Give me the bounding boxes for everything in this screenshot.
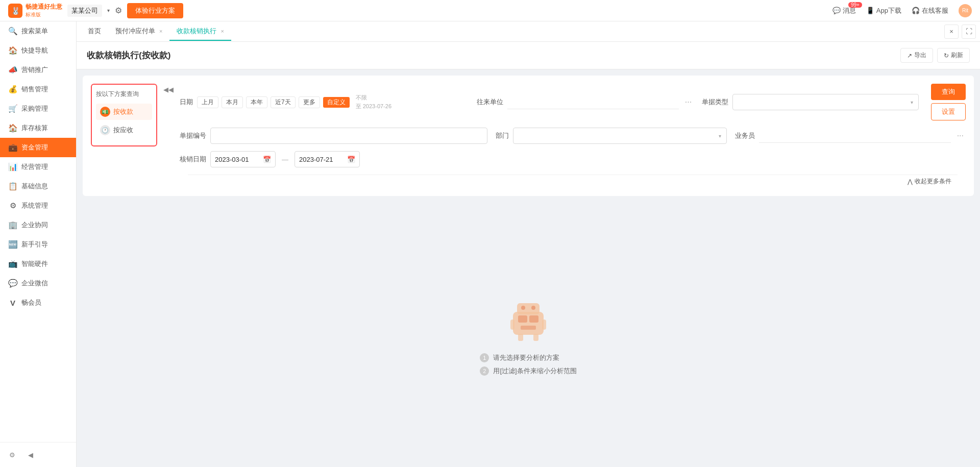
workspace-name[interactable]: 某某公司	[67, 5, 102, 17]
svg-rect-8	[517, 303, 540, 314]
doc-no-input[interactable]	[210, 128, 487, 144]
svg-rect-2	[529, 315, 538, 323]
dept-arrow-icon: ▾	[719, 133, 721, 139]
finance-icon: 💼	[8, 143, 17, 152]
base-icon: 📋	[8, 182, 17, 191]
counterpart-dots-icon[interactable]: ···	[683, 97, 694, 107]
sidebar-bottom: ⚙ ◀	[0, 442, 76, 467]
filter-form: 日期 上月 本月 本年 近7天 更多 自定义 不限 至	[180, 84, 966, 188]
sidebar-item-wecom[interactable]: 💬 企业微信	[0, 274, 76, 293]
filter-container: 按以下方案查询 💵 按收款 🕐 按应收 ◀◀	[77, 69, 980, 202]
verify-date-end-input[interactable]	[299, 156, 345, 163]
verify-date-end-wrap[interactable]: 📅	[295, 151, 360, 167]
sidebar-item-guide[interactable]: 🆕 新手引导	[0, 235, 76, 254]
sidebar-collapse-button[interactable]: ◀	[23, 448, 38, 462]
tab-expand-button[interactable]: ⛶	[962, 24, 976, 39]
svg-rect-4	[510, 319, 514, 330]
solution-button[interactable]: 体验行业方案	[127, 3, 183, 18]
sidebar-label-guide: 新手引导	[21, 240, 48, 249]
verify-date-start-cal-icon[interactable]: 📅	[263, 156, 271, 163]
tab-prepay-label: 预付冲应付单	[115, 27, 155, 36]
sidebar-label-purchase: 采购管理	[21, 104, 48, 113]
sidebar-item-enterprise[interactable]: 🏢 企业协同	[0, 215, 76, 235]
content-area: 首页 预付冲应付单 × 收款核销执行 × × ⛶ 收款核销执行(按收款) ↗ 导…	[77, 21, 980, 467]
workspace-chevron-icon[interactable]: ▾	[107, 8, 110, 13]
sidebar-item-search[interactable]: 🔍 搜索菜单	[0, 21, 76, 41]
collapse-more-button[interactable]: ⋀ 收起更多条件	[188, 175, 958, 188]
svg-rect-5	[542, 319, 546, 330]
message-area[interactable]: 💬 消息 99+	[832, 6, 856, 15]
inventory-icon: 🏠	[8, 124, 17, 133]
svg-rect-1	[518, 315, 527, 323]
user-avatar[interactable]: Rit	[959, 4, 972, 17]
sidebar-item-sales[interactable]: 💰 销售管理	[0, 80, 76, 99]
sidebar-item-marketing[interactable]: 📣 营销推广	[0, 60, 76, 80]
tab-close-button[interactable]: ×	[944, 24, 959, 39]
tab-prepay[interactable]: 预付冲应付单 ×	[108, 22, 169, 41]
sidebar-item-quicknav[interactable]: 🏠 快捷导航	[0, 41, 76, 60]
dept-select[interactable]: ▾	[513, 128, 726, 144]
sidebar-item-finance[interactable]: 💼 资金管理	[0, 138, 76, 157]
collapse-sidebar-button[interactable]: ◀◀	[163, 86, 174, 93]
filter-option-by-receivable[interactable]: 🕐 按应收	[96, 122, 152, 138]
refresh-button[interactable]: ↻ 刷新	[937, 48, 970, 63]
verify-date-end-cal-icon[interactable]: 📅	[347, 156, 355, 163]
export-label: 导出	[914, 51, 926, 60]
doc-type-select[interactable]: ▾	[732, 94, 919, 110]
tab-prepay-close-icon[interactable]: ×	[159, 28, 162, 34]
filter-row-2: 单据编号 部门 ▾ 业务员	[180, 128, 966, 144]
custom-date-badge[interactable]: 自定义	[323, 97, 350, 108]
sidebar-item-inventory[interactable]: 🏠 库存核算	[0, 118, 76, 138]
vip-icon: V	[8, 298, 17, 307]
query-button[interactable]: 查询	[931, 84, 966, 100]
sidebar-item-ops[interactable]: 📊 经营管理	[0, 157, 76, 177]
date-range-separator: —	[280, 156, 290, 163]
quick-date-last-month[interactable]: 上月	[197, 96, 218, 108]
filter-row-3: 核销日期 📅 — 📅	[180, 151, 966, 167]
sidebar-label-hardware: 智能硬件	[21, 259, 48, 268]
settings-button[interactable]: 设置	[931, 103, 966, 120]
staff-dots-icon[interactable]: ···	[955, 131, 966, 140]
app-download-area[interactable]: 📱 App下载	[866, 6, 901, 15]
quick-date-this-year[interactable]: 本年	[246, 96, 267, 108]
online-service-area[interactable]: 🎧 在线客服	[912, 6, 948, 15]
app-download-label: App下载	[876, 6, 901, 15]
tab-receive-close-icon[interactable]: ×	[220, 28, 224, 34]
filter-option-by-receive[interactable]: 💵 按收款	[96, 104, 152, 120]
staff-input[interactable]	[759, 129, 951, 143]
counterpart-input[interactable]	[507, 95, 678, 109]
export-button[interactable]: ↗ 导出	[900, 48, 933, 63]
quick-date-7days[interactable]: 近7天	[271, 96, 296, 108]
sidebar-settings-button[interactable]: ⚙	[5, 448, 19, 462]
verify-date-label: 核销日期	[180, 155, 206, 164]
tab-home[interactable]: 首页	[81, 22, 108, 41]
svg-rect-3	[521, 326, 536, 330]
logo-text: 畅捷通好生意 标准版	[26, 3, 62, 18]
top-bar-right: 💬 消息 99+ 📱 App下载 🎧 在线客服 Rit	[832, 4, 972, 17]
by-receivable-label: 按应收	[113, 126, 133, 135]
service-icon: 🎧	[912, 7, 920, 14]
sidebar-label-system: 系统管理	[21, 201, 48, 210]
sidebar-label-vip: 畅会员	[21, 298, 41, 307]
quick-date-this-month[interactable]: 本月	[222, 96, 243, 108]
sidebar-item-base[interactable]: 📋 基础信息	[0, 177, 76, 196]
sidebar: 🔍 搜索菜单 🏠 快捷导航 📣 营销推广 💰 销售管理 🛒 采购管理 🏠 库存核…	[0, 21, 77, 467]
tip-num-1: 1	[480, 353, 489, 362]
gear-icon[interactable]: ⚙	[115, 6, 122, 15]
sidebar-item-purchase[interactable]: 🛒 采购管理	[0, 99, 76, 118]
verify-date-start-input[interactable]	[215, 156, 261, 163]
tip-num-2: 2	[480, 366, 489, 376]
collapse-more-chevron-icon: ⋀	[908, 178, 913, 185]
message-badge: 99+	[848, 2, 862, 8]
quick-date-more[interactable]: 更多	[299, 96, 320, 108]
sidebar-label-wecom: 企业微信	[21, 279, 48, 288]
sidebar-item-system[interactable]: ⚙ 系统管理	[0, 196, 76, 215]
empty-state: 1 请先选择要分析的方案 2 用[过滤]条件来缩小分析范围	[480, 294, 576, 376]
verify-date-start-wrap[interactable]: 📅	[210, 151, 276, 167]
sidebar-label-enterprise: 企业协同	[21, 220, 48, 230]
sidebar-item-vip[interactable]: V 畅会员	[0, 293, 76, 312]
sidebar-item-hardware[interactable]: 📺 智能硬件	[0, 254, 76, 274]
date-limit-info: 不限 至 2023-07-26	[356, 94, 391, 110]
tab-receive[interactable]: 收款核销执行 ×	[169, 22, 231, 41]
header-actions: ↗ 导出 ↻ 刷新	[900, 48, 970, 63]
